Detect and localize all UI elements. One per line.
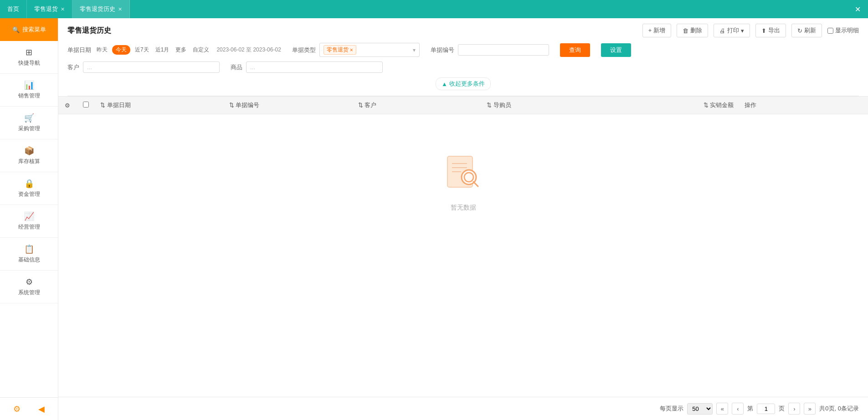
table-container: ⚙ ⇅ 单据日期 ⇅ 单据编号 — [58, 97, 868, 397]
sidebar-item-inventory[interactable]: 📦 库存核算 — [0, 139, 58, 172]
sidebar-item-finance[interactable]: 🔒 资金管理 — [0, 172, 58, 205]
print-button[interactable]: 🖨 打印 ▾ — [714, 24, 750, 37]
page-number-input[interactable] — [757, 404, 775, 414]
system-icon: ⚙ — [26, 277, 33, 287]
voucher-no-label: 单据编号 — [431, 46, 454, 54]
page-label: 第 — [747, 405, 753, 413]
data-table: ⚙ ⇅ 单据日期 ⇅ 单据编号 — [58, 97, 868, 248]
voucher-no-filter-item: 单据编号 — [431, 44, 549, 56]
empty-svg — [441, 151, 486, 196]
customer-label: 客户 — [67, 63, 79, 72]
date-custom[interactable]: 自定义 — [191, 45, 211, 55]
customer-select[interactable]: ... — [83, 61, 220, 73]
finance-icon: 🔒 — [24, 179, 34, 189]
svg-line-6 — [473, 182, 478, 186]
top-bar: 首页 零售退货 ✕ 零售退货历史 ✕ ✕ — [0, 0, 868, 18]
th-amount[interactable]: ⇅ 实销金额 — [610, 97, 739, 114]
delete-button[interactable]: 🗑 删除 — [677, 24, 708, 37]
date-yesterday[interactable]: 昨天 — [95, 45, 109, 55]
sidebar-settings-icon[interactable]: ⚙ — [13, 404, 21, 414]
date-shortcuts: 昨天 今天 近7天 近1月 更多 自定义 — [95, 45, 211, 55]
date-today[interactable]: 今天 — [112, 45, 130, 55]
inventory-icon: 📦 — [24, 146, 34, 156]
export-icon: ⬆ — [761, 27, 766, 34]
date-7days[interactable]: 近7天 — [133, 45, 151, 55]
next-page-button[interactable]: › — [788, 403, 800, 415]
tab-retail-return-label: 零售退货 — [34, 5, 58, 13]
sidebar-item-operation[interactable]: 📈 经营管理 — [0, 205, 58, 238]
th-voucher-no[interactable]: ⇅ 单据编号 — [224, 97, 353, 114]
sidebar: 🔍 搜索菜单 ⊞ 快捷导航 📊 销售管理 🛒 采购管理 📦 库存核算 🔒 — [0, 18, 58, 420]
refresh-button[interactable]: ↻ 刷新 — [791, 24, 822, 37]
sidebar-item-purchase-mgmt[interactable]: 🛒 采购管理 — [0, 107, 58, 139]
date-filter-item: 单据日期 昨天 今天 近7天 近1月 更多 自定义 2023-06-02 至 2… — [67, 45, 281, 55]
page-title-row: 零售退货历史 + 新增 🗑 删除 🖨 打印 ▾ ⬆ 导出 — [67, 24, 859, 37]
prev-page-button[interactable]: ‹ — [732, 403, 744, 415]
new-button[interactable]: + 新增 — [642, 24, 671, 37]
sidebar-item-basic-info[interactable]: 📋 基础信息 — [0, 238, 58, 271]
sidebar-item-sales-label: 销售管理 — [18, 92, 40, 100]
th-actions: 操作 — [739, 97, 868, 114]
empty-illustration — [441, 151, 486, 196]
sidebar-item-system-label: 系统管理 — [18, 289, 40, 297]
date-more[interactable]: 更多 — [174, 45, 188, 55]
tab-retail-return-close[interactable]: ✕ — [61, 6, 65, 12]
voucher-type-select[interactable]: 零售退货 × ▾ — [319, 43, 420, 57]
voucher-type-filter-item: 单据类型 零售退货 × ▾ — [292, 43, 420, 57]
tab-retail-return[interactable]: 零售退货 ✕ — [27, 0, 72, 18]
select-all-checkbox[interactable] — [83, 102, 89, 108]
sidebar-collapse-icon[interactable]: ◀ — [38, 404, 45, 414]
sidebar-item-sales-mgmt[interactable]: 📊 销售管理 — [0, 74, 58, 107]
voucher-no-input[interactable] — [458, 44, 549, 56]
tab-home-label: 首页 — [7, 5, 19, 13]
tab-retail-return-history[interactable]: 零售退货历史 ✕ — [72, 0, 130, 18]
last-page-button[interactable]: » — [804, 403, 816, 415]
first-page-button[interactable]: « — [716, 403, 728, 415]
sidebar-search-label: 搜索菜单 — [22, 26, 46, 34]
window-close-button[interactable]: ✕ — [855, 5, 868, 14]
toolbar: + 新增 🗑 删除 🖨 打印 ▾ ⬆ 导出 ↻ — [642, 24, 859, 37]
purchase-icon: 🛒 — [24, 113, 34, 123]
search-icon: 🔍 — [12, 26, 20, 33]
voucher-type-tag: 零售退货 × — [324, 45, 356, 55]
goods-select[interactable]: ... — [246, 61, 383, 73]
th-guide[interactable]: ⇅ 导购员 — [481, 97, 610, 114]
collapse-filter-button[interactable]: ▲ 收起更多条件 — [436, 77, 491, 90]
sidebar-item-quick-nav[interactable]: ⊞ 快捷导航 — [0, 41, 58, 74]
tab-retail-return-history-close[interactable]: ✕ — [118, 6, 122, 12]
filter-row-1: 单据日期 昨天 今天 近7天 近1月 更多 自定义 2023-06-02 至 2… — [67, 43, 859, 57]
total-label: 共0页, 0条记录 — [819, 405, 859, 413]
quick-nav-icon: ⊞ — [26, 47, 32, 57]
settings-button[interactable]: 设置 — [601, 43, 631, 57]
th-checkbox[interactable] — [77, 97, 95, 114]
date-range-text: 2023-06-02 至 2023-06-02 — [216, 46, 281, 54]
goods-filter-item: 商品 ... — [231, 61, 383, 73]
sidebar-item-basic-info-label: 基础信息 — [18, 256, 40, 264]
tab-home[interactable]: 首页 — [0, 0, 27, 18]
sidebar-item-system-mgmt[interactable]: ⚙ 系统管理 — [0, 271, 58, 303]
sidebar-nav: ⊞ 快捷导航 📊 销售管理 🛒 采购管理 📦 库存核算 🔒 资金管理 📈 — [0, 41, 58, 397]
query-button[interactable]: 查询 — [560, 43, 590, 57]
th-customer[interactable]: ⇅ 客户 — [353, 97, 482, 114]
empty-text: 暂无数据 — [451, 204, 476, 212]
show-detail-checkbox-label[interactable]: 显示明细 — [827, 26, 859, 35]
page-unit: 页 — [779, 405, 785, 413]
per-page-select[interactable]: 10 20 50 100 — [687, 403, 713, 415]
date-1month[interactable]: 近1月 — [154, 45, 171, 55]
show-detail-checkbox[interactable] — [827, 28, 833, 34]
sidebar-bottom: ⚙ ◀ — [0, 397, 58, 420]
tag-close-icon[interactable]: × — [350, 47, 353, 53]
table-header: ⚙ ⇅ 单据日期 ⇅ 单据编号 — [58, 97, 868, 114]
th-date[interactable]: ⇅ 单据日期 — [95, 97, 224, 114]
operation-icon: 📈 — [24, 211, 34, 221]
empty-state: 暂无数据 — [58, 114, 868, 248]
sidebar-item-finance-label: 资金管理 — [18, 190, 40, 198]
th-settings[interactable]: ⚙ — [58, 97, 77, 114]
per-page-label: 每页显示 — [660, 405, 683, 413]
export-button[interactable]: ⬆ 导出 — [755, 24, 786, 37]
main-layout: 🔍 搜索菜单 ⊞ 快捷导航 📊 销售管理 🛒 采购管理 📦 库存核算 🔒 — [0, 18, 868, 420]
sidebar-item-purchase-label: 采购管理 — [18, 125, 40, 133]
customer-filter-item: 客户 ... — [67, 61, 220, 73]
date-filter-label: 单据日期 — [67, 46, 91, 54]
sidebar-search[interactable]: 🔍 搜索菜单 — [0, 18, 58, 41]
